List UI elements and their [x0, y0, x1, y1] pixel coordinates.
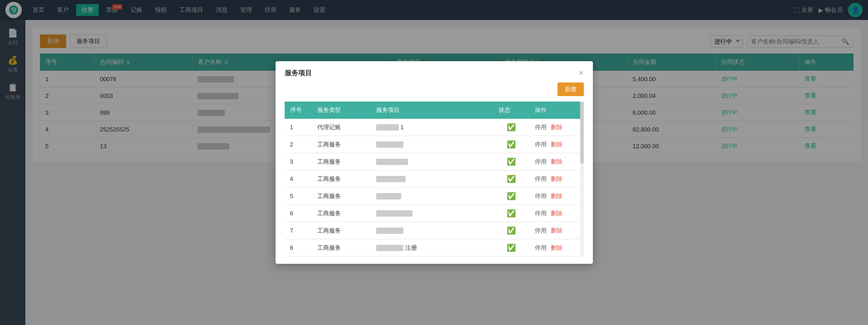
mcell-status: ✅ — [493, 153, 529, 170]
mcell-status: ✅ — [493, 239, 529, 257]
table-scroll-area: 序号 服务类型 服务项目 状态 操作 1 代理记账 1 ✅ 停用 删除 2 — [285, 102, 584, 257]
mcell-type: 工商服务 — [312, 188, 371, 205]
status-check-icon: ✅ — [507, 175, 516, 183]
modal-table-row: 5 工商服务 ✅ 停用 删除 — [285, 188, 584, 205]
mcell-status: ✅ — [493, 188, 529, 205]
delete-button[interactable]: 删除 — [551, 227, 563, 234]
mcell-item: 注册 — [371, 239, 493, 257]
mcell-item — [371, 136, 493, 153]
status-check-icon: ✅ — [507, 123, 516, 131]
service-modal: 服务项目 × 新建 序号 服务类型 服务项目 状态 操作 — [276, 61, 593, 264]
mcell-status: ✅ — [493, 205, 529, 222]
mcell-type: 代理记账 — [312, 119, 371, 136]
mcol-action: 操作 — [529, 102, 584, 119]
delete-button[interactable]: 删除 — [551, 141, 563, 148]
status-check-icon: ✅ — [507, 209, 516, 217]
modal-table-row: 4 工商服务 ✅ 停用 删除 — [285, 170, 584, 188]
stop-button[interactable]: 停用 — [535, 193, 547, 199]
modal-table-row: 1 代理记账 1 ✅ 停用 删除 — [285, 119, 584, 136]
mcell-item — [371, 205, 493, 222]
mcell-type: 工商服务 — [312, 222, 371, 239]
mcol-type: 服务类型 — [312, 102, 371, 119]
stop-button[interactable]: 停用 — [535, 227, 547, 234]
mcell-type: 工商服务 — [312, 136, 371, 153]
mcell-seq: 5 — [285, 188, 312, 205]
modal-title: 服务项目 — [285, 69, 312, 78]
mcell-type: 工商服务 — [312, 153, 371, 170]
modal-table-row: 3 工商服务 ✅ 停用 删除 — [285, 153, 584, 170]
mcell-item: 1 — [371, 119, 493, 136]
mcell-seq: 2 — [285, 136, 312, 153]
modal-toolbar: 新建 — [276, 82, 593, 102]
delete-button[interactable]: 删除 — [551, 124, 563, 131]
mcell-seq: 1 — [285, 119, 312, 136]
mcell-type: 工商服务 — [312, 239, 371, 257]
mcell-status: ✅ — [493, 119, 529, 136]
mcol-status: 状态 — [493, 102, 529, 119]
delete-button[interactable]: 删除 — [551, 175, 563, 182]
mcell-item — [371, 170, 493, 188]
mcell-type: 工商服务 — [312, 205, 371, 222]
modal-overlay[interactable]: 服务项目 × 新建 序号 服务类型 服务项目 状态 操作 — [0, 0, 868, 325]
mcell-item — [371, 188, 493, 205]
mcell-ops: 停用 删除 — [529, 205, 584, 222]
status-check-icon: ✅ — [507, 244, 516, 252]
mcell-seq: 7 — [285, 222, 312, 239]
delete-button[interactable]: 删除 — [551, 244, 563, 251]
status-check-icon: ✅ — [507, 141, 516, 148]
modal-new-button[interactable]: 新建 — [558, 82, 584, 96]
modal-body: 序号 服务类型 服务项目 状态 操作 1 代理记账 1 ✅ 停用 删除 2 — [276, 102, 593, 264]
scrollbar-thumb[interactable] — [580, 102, 584, 164]
mcol-seq: 序号 — [285, 102, 312, 119]
mcell-ops: 停用 删除 — [529, 153, 584, 170]
status-check-icon: ✅ — [507, 158, 516, 165]
modal-table-row: 6 工商服务 ✅ 停用 删除 — [285, 205, 584, 222]
mcell-status: ✅ — [493, 222, 529, 239]
stop-button[interactable]: 停用 — [535, 244, 547, 251]
mcell-seq: 3 — [285, 153, 312, 170]
mcell-item — [371, 153, 493, 170]
modal-table-row: 7 工商服务 ✅ 停用 删除 — [285, 222, 584, 239]
mcell-ops: 停用 删除 — [529, 188, 584, 205]
mcell-seq: 6 — [285, 205, 312, 222]
modal-header: 服务项目 × — [276, 61, 593, 82]
mcell-ops: 停用 删除 — [529, 119, 584, 136]
stop-button[interactable]: 停用 — [535, 141, 547, 148]
mcell-status: ✅ — [493, 170, 529, 188]
mcell-ops: 停用 删除 — [529, 239, 584, 257]
delete-button[interactable]: 删除 — [551, 193, 563, 199]
modal-close-button[interactable]: × — [579, 68, 584, 78]
service-table: 序号 服务类型 服务项目 状态 操作 1 代理记账 1 ✅ 停用 删除 2 — [285, 102, 584, 257]
mcell-item — [371, 222, 493, 239]
mcell-type: 工商服务 — [312, 170, 371, 188]
stop-button[interactable]: 停用 — [535, 175, 547, 182]
mcell-seq: 8 — [285, 239, 312, 257]
modal-table-row: 2 工商服务 ✅ 停用 删除 — [285, 136, 584, 153]
status-check-icon: ✅ — [507, 192, 516, 200]
mcell-ops: 停用 删除 — [529, 222, 584, 239]
scrollbar-track[interactable] — [580, 102, 584, 257]
mcell-status: ✅ — [493, 136, 529, 153]
mcell-ops: 停用 删除 — [529, 136, 584, 153]
delete-button[interactable]: 删除 — [551, 210, 563, 217]
status-check-icon: ✅ — [507, 227, 516, 234]
stop-button[interactable]: 停用 — [535, 124, 547, 131]
stop-button[interactable]: 停用 — [535, 210, 547, 217]
mcol-item: 服务项目 — [371, 102, 493, 119]
delete-button[interactable]: 删除 — [551, 158, 563, 165]
modal-table-row: 8 工商服务 注册 ✅ 停用 删除 — [285, 239, 584, 257]
stop-button[interactable]: 停用 — [535, 158, 547, 165]
mcell-seq: 4 — [285, 170, 312, 188]
mcell-ops: 停用 删除 — [529, 170, 584, 188]
